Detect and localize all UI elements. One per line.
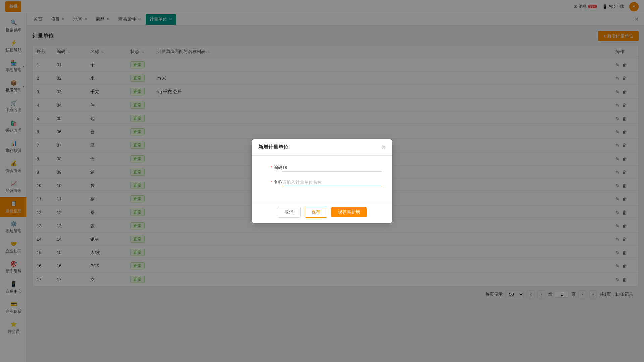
modal-title: 新增计量单位 <box>258 144 288 150</box>
modal-close-btn[interactable]: ✕ <box>381 144 386 150</box>
code-label: * 编码 <box>262 165 282 171</box>
modal-footer: 取消 保存 保存并新增 <box>252 201 392 223</box>
modal-header: 新增计量单位 ✕ <box>252 139 392 156</box>
form-row-code: * 编码 <box>262 164 382 172</box>
save-and-new-button[interactable]: 保存并新增 <box>331 207 367 217</box>
name-required: * <box>271 180 272 185</box>
form-row-name: * 名称 <box>262 178 382 186</box>
name-label: * 名称 <box>262 179 282 185</box>
name-input[interactable] <box>282 178 382 186</box>
code-required: * <box>271 165 272 170</box>
save-button[interactable]: 保存 <box>305 207 327 218</box>
cancel-button[interactable]: 取消 <box>278 207 301 218</box>
code-input[interactable] <box>282 164 382 172</box>
add-unit-modal: 新增计量单位 ✕ * 编码 * 名称 取消 保存 保存并新增 <box>252 139 392 223</box>
modal-body: * 编码 * 名称 <box>252 156 392 201</box>
modal-overlay[interactable]: 新增计量单位 ✕ * 编码 * 名称 取消 保存 保存并新增 <box>0 0 644 362</box>
